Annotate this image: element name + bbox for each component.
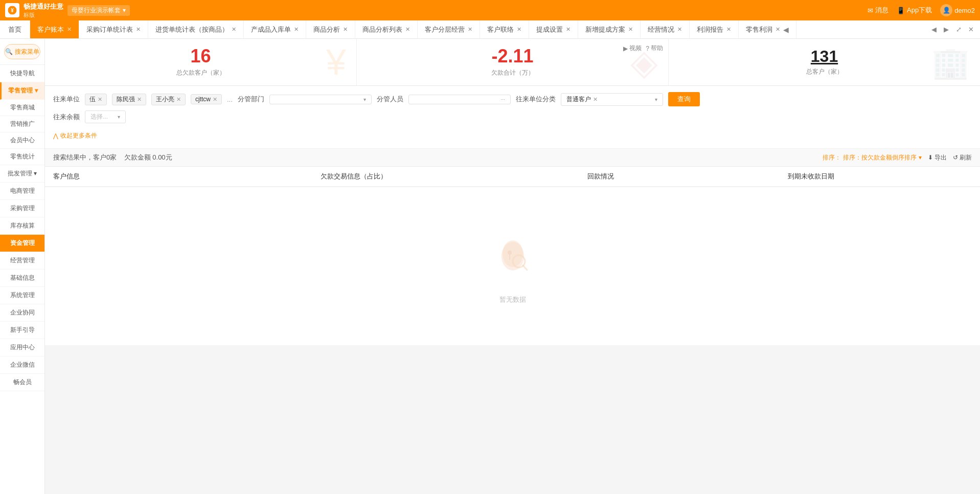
search-menu-button[interactable]: 🔍 搜索菜单	[4, 44, 40, 59]
staff-filter-label: 分管人员	[377, 95, 403, 104]
tab-new-commission[interactable]: 新增提成方案 ✕	[578, 20, 641, 39]
sidebar-item-inventory[interactable]: 库存核算	[0, 217, 44, 235]
top-bar: ¥ 畅捷通好生意 标版 母婴行业演示帐套 ▾ ✉ 消息 📱 App下载 👤	[0, 0, 980, 20]
tab-close-icon[interactable]: ✕	[343, 26, 348, 33]
account-dropdown[interactable]: 母婴行业演示帐套 ▾	[67, 5, 130, 16]
filter-tag-cjttcw[interactable]: cjttcw ✕	[191, 94, 222, 104]
sidebar-item-retail-stats[interactable]: 零售统计	[0, 149, 44, 165]
category-tag-remove-icon[interactable]: ✕	[593, 96, 598, 103]
result-actions: 排序： 排序：按欠款金额倒序排序 ▾ ⬇ 导出 ↺ 刷新	[823, 153, 972, 162]
tab-prev-icon[interactable]: ◀	[929, 25, 939, 35]
more-tabs-icon[interactable]: ◀	[783, 26, 789, 34]
tab-close-icon[interactable]: ✕	[726, 26, 731, 33]
tab-close-icon[interactable]: ✕	[67, 26, 72, 33]
dept-chevron-icon: ▾	[363, 97, 366, 102]
sidebar-item-member[interactable]: 会员中心	[0, 132, 44, 149]
sidebar-item-basic-info[interactable]: 基础信息	[0, 270, 44, 287]
tab-customer-ledger[interactable]: 客户账本 ✕	[30, 20, 79, 39]
tab-close-icon[interactable]: ✕	[566, 26, 571, 33]
tab-commission-settings[interactable]: 提成设置 ✕	[529, 20, 578, 39]
sort-label: 排序：	[823, 153, 841, 162]
building-bg-icon: 🏢	[931, 44, 970, 80]
sidebar-item-enterprise[interactable]: 企业协同	[0, 304, 44, 322]
tag-remove-icon[interactable]: ✕	[213, 96, 217, 103]
user-avatar[interactable]: 👤 demo2	[940, 4, 975, 16]
collapse-button[interactable]: ⋀ 收起更多条件	[53, 131, 972, 140]
download-icon: 📱	[897, 7, 905, 14]
tab-close-icon[interactable]: ✕	[294, 26, 299, 33]
top-bar-right: ✉ 消息 📱 App下载 👤 demo2	[868, 4, 975, 16]
table-header: 客户信息 欠款交易信息（占比） 回款情况 到期未收款日期	[45, 167, 980, 187]
result-info: 搜索结果中，客户0家 欠款金额 0.00元	[53, 153, 172, 162]
tab-customer-contact[interactable]: 客户联络 ✕	[480, 20, 529, 39]
sidebar-item-wholesale[interactable]: 批发管理 ▾	[0, 165, 44, 183]
tab-home[interactable]: 首页	[0, 20, 30, 39]
tab-close-icon[interactable]: ✕	[232, 26, 236, 33]
tab-close-icon[interactable]: ✕	[136, 26, 141, 33]
refresh-button[interactable]: ↺ 刷新	[953, 153, 972, 162]
tab-close-icon[interactable]: ✕	[677, 26, 682, 33]
sort-select[interactable]: 排序： 排序：按欠款金额倒序排序 ▾	[823, 153, 922, 162]
sidebar-item-member2[interactable]: 畅会员	[0, 374, 44, 391]
filter-tag-wu[interactable]: 伍 ✕	[85, 94, 107, 105]
col-due-date: 到期未收款日期	[780, 167, 980, 186]
category-tag[interactable]: 普通客户 ✕	[566, 95, 598, 104]
balance-select[interactable]: 选择... ▾	[85, 110, 126, 123]
tab-profit-report[interactable]: 利润报告 ✕	[690, 20, 739, 39]
tab-close-icon[interactable]: ✕	[628, 26, 633, 33]
tab-operation[interactable]: 经营情况 ✕	[641, 20, 690, 39]
tag-remove-icon[interactable]: ✕	[176, 96, 181, 103]
filter-area: 往来单位 伍 ✕ 陈民强 ✕ 王小亮 ✕ cjttcw	[45, 86, 980, 149]
customers-bg-icon: ¥	[326, 42, 346, 83]
unit-filter-label: 往来单位	[53, 95, 80, 104]
svg-point-6	[508, 251, 512, 255]
tab-goods-analysis-list[interactable]: 商品分析列表 ✕	[355, 20, 418, 39]
message-button[interactable]: ✉ 消息	[868, 6, 888, 15]
tab-expand-icon[interactable]: ⤢	[953, 25, 964, 35]
col-repayment: 回款情况	[579, 167, 780, 186]
avatar-icon: 👤	[940, 4, 952, 16]
staff-select[interactable]: ···	[408, 95, 511, 104]
sidebar-item-operation[interactable]: 经营管理	[0, 252, 44, 270]
col-owed-info: 欠款交易信息（占比）	[312, 167, 580, 186]
sidebar-item-finance[interactable]: 资金管理	[0, 235, 44, 252]
chevron-icon: ▾	[35, 87, 38, 94]
sidebar-item-wechat[interactable]: 企业微信	[0, 356, 44, 374]
tab-close-icon[interactable]: ✕	[468, 26, 472, 33]
sidebar-item-fast-nav[interactable]: 快捷导航	[0, 65, 44, 82]
sidebar-item-retail[interactable]: 零售管理 ▾	[0, 82, 44, 100]
stat-all-customers: 🏢 131 总客户（家）	[669, 39, 980, 85]
tab-close-icon[interactable]: ✕	[405, 26, 410, 33]
export-button[interactable]: ⬇ 导出	[928, 153, 947, 162]
sidebar-item-new-guide[interactable]: 新手引导	[0, 322, 44, 339]
tab-close-icon[interactable]: ✕	[517, 26, 521, 33]
sidebar-search-area: 🔍 搜索菜单	[0, 39, 44, 65]
sidebar-item-marketing[interactable]: 营销推广	[0, 116, 44, 132]
tag-remove-icon[interactable]: ✕	[137, 96, 142, 103]
tab-purchase-order[interactable]: 采购订单统计表 ✕	[79, 20, 148, 39]
video-icon: ▶	[623, 45, 628, 52]
tag-remove-icon[interactable]: ✕	[98, 96, 102, 103]
tab-goods-stats[interactable]: 进货单统计表（按商品） ✕	[148, 20, 244, 39]
tab-retail-profit[interactable]: 零售利润 ✕ ◀	[739, 20, 796, 39]
query-button[interactable]: 查询	[668, 92, 700, 106]
staff-chevron-icon: ···	[501, 97, 505, 102]
filter-tag-wang[interactable]: 王小亮 ✕	[151, 94, 186, 105]
tab-close-icon[interactable]: ✕	[776, 26, 780, 33]
dept-select[interactable]: ▾	[269, 95, 372, 104]
more-tags-button[interactable]: ...	[227, 96, 233, 103]
sidebar-item-system[interactable]: 系统管理	[0, 287, 44, 304]
app-download-button[interactable]: 📱 App下载	[897, 6, 932, 15]
sidebar-item-ecommerce[interactable]: 电商管理	[0, 183, 44, 200]
tab-next-icon[interactable]: ▶	[941, 25, 951, 35]
sidebar-item-app-center[interactable]: 应用中心	[0, 339, 44, 356]
filter-tag-chen[interactable]: 陈民强 ✕	[112, 94, 146, 105]
sidebar-item-purchase[interactable]: 采购管理	[0, 200, 44, 217]
tab-goods-analysis[interactable]: 商品分析 ✕	[306, 20, 355, 39]
sidebar-item-retail-mall[interactable]: 零售商城	[0, 100, 44, 116]
tab-customer-layer[interactable]: 客户分层经营 ✕	[418, 20, 480, 39]
tab-product-inbound[interactable]: 产成品入库单 ✕	[244, 20, 306, 39]
category-select[interactable]: 普通客户 ✕ ▾	[561, 93, 663, 106]
chevron-down-icon: ▾	[123, 7, 126, 14]
tab-close-all-icon[interactable]: ✕	[966, 25, 976, 35]
